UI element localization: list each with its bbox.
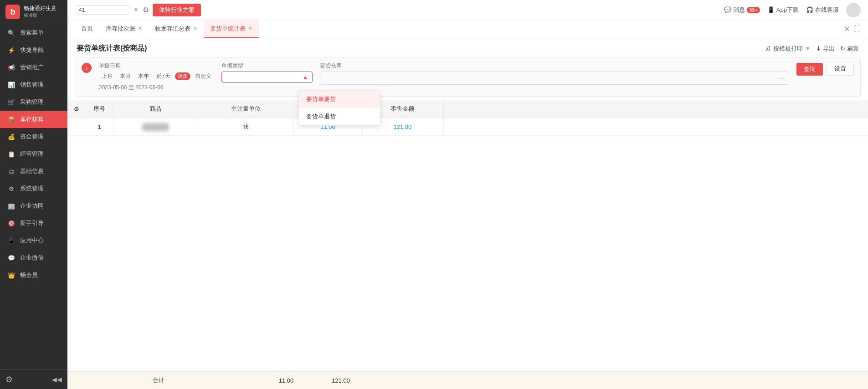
dropdown-item-purchase[interactable]: 要货单要货 xyxy=(299,91,380,108)
headset-icon: 🎧 xyxy=(806,6,813,13)
user-avatar[interactable] xyxy=(846,3,861,17)
row-settings-cell xyxy=(67,118,86,136)
sidebar-item-marketing[interactable]: 📢 营销推广 xyxy=(0,59,67,76)
table-footer: 合计 11.00 121.00 xyxy=(67,371,868,389)
sidebar-item-system[interactable]: ⚙ 系统管理 xyxy=(0,180,67,197)
tab-close-all-icon[interactable]: ✕ xyxy=(844,25,850,33)
sidebar-item-member[interactable]: 👑 畅会员 xyxy=(0,266,67,284)
filter-expand-btn[interactable]: › xyxy=(82,63,92,73)
chevron-up-icon: ▲ xyxy=(303,74,308,81)
tab-recv-close[interactable]: ✕ xyxy=(193,26,197,31)
tab-home[interactable]: 首页 xyxy=(75,20,99,38)
settings-icon[interactable]: ⚙ xyxy=(143,5,149,14)
row-unit-cell: 块 xyxy=(198,118,294,136)
chart-icon: 📊 xyxy=(7,81,15,89)
filter-bar: › 单据日期 上月 本月 本年 近7天 更多 自定义 2023-05-06 至 … xyxy=(75,57,861,97)
online-service-label: 在线客服 xyxy=(815,6,839,14)
date-btn-more[interactable]: 更多 xyxy=(175,72,190,80)
chevron-down-icon[interactable]: ▼ xyxy=(133,6,139,13)
sidebar-item-label: 营销推广 xyxy=(20,63,44,72)
warehouse-filter-label: 要货仓库 xyxy=(320,62,789,70)
online-service-btn[interactable]: 🎧 在线客服 xyxy=(806,6,839,14)
tab-batch-close[interactable]: ✕ xyxy=(138,26,142,31)
sidebar-collapse-btn[interactable]: ◀◀ xyxy=(52,376,62,383)
data-table-wrap: ⚙ 序号 商品 主计量单位 主数量 零售金额 1 xyxy=(67,100,868,371)
sidebar-item-basic[interactable]: 🗂 基础信息 xyxy=(0,163,67,180)
sidebar-item-label: 应用中心 xyxy=(20,236,44,245)
sidebar-item-quick-nav[interactable]: ⚡ 快捷导航 xyxy=(0,41,67,59)
date-btn-prev-month[interactable]: 上月 xyxy=(99,72,115,81)
sidebar-item-label: 新手引导 xyxy=(20,219,44,227)
date-range-display: 2023-05-06 至 2023-06-06 xyxy=(99,84,214,92)
lightning-icon: ⚡ xyxy=(7,46,15,54)
page-content: 要货单统计表(按商品) 🖨 按模板打印 ▼ ⬇ 导出 ↻ 刷新 › xyxy=(67,38,868,389)
tab-actions: ✕ ⛶ xyxy=(844,25,861,33)
refresh-btn[interactable]: ↻ 刷新 xyxy=(840,45,859,53)
sidebar-item-guide[interactable]: 🎯 新手引导 xyxy=(0,215,67,232)
sidebar-item-inventory[interactable]: 📦 库存核算 xyxy=(0,111,67,128)
col-extra xyxy=(443,100,868,118)
trial-btn[interactable]: 体验行业方案 xyxy=(153,4,201,16)
tabs-bar: 首页 库存批次账 ✕ 收发存汇总表 ✕ 要货单统计表 ✕ ✕ ⛶ xyxy=(67,20,868,38)
chevron-down-icon[interactable]: ▼ xyxy=(805,45,811,52)
tab-order-close[interactable]: ✕ xyxy=(248,26,252,31)
query-btn[interactable]: 查询 xyxy=(796,63,823,76)
amount-link[interactable]: 121.00 xyxy=(394,123,412,130)
col-unit: 主计量单位 xyxy=(198,100,294,118)
tab-recv[interactable]: 收发存汇总表 ✕ xyxy=(149,20,204,38)
sidebar: b 畅捷通好生意 标准版 🔍 搜索菜单 ⚡ 快捷导航 📢 营销推广 📊 销售管理… xyxy=(0,0,67,389)
message-btn[interactable]: 💬 消息 99+ xyxy=(724,6,760,14)
date-btn-7days[interactable]: 近7天 xyxy=(154,72,173,81)
row-no-cell: 1 xyxy=(86,118,113,136)
tab-batch-label: 库存批次账 xyxy=(106,25,135,33)
page-actions: 🖨 按模板打印 ▼ ⬇ 导出 ↻ 刷新 xyxy=(765,45,859,53)
folder-icon: 🗂 xyxy=(7,167,15,175)
export-btn[interactable]: ⬇ 导出 xyxy=(816,45,835,53)
top-header: ▼ ⚙ 体验行业方案 💬 消息 99+ 📱 App下载 🎧 在线客服 xyxy=(67,0,868,20)
col-settings[interactable]: ⚙ xyxy=(67,100,86,118)
date-filter-label: 单据日期 xyxy=(99,62,214,70)
warehouse-dots-icon[interactable]: ⋯ xyxy=(778,74,785,82)
sidebar-item-search[interactable]: 🔍 搜索菜单 xyxy=(0,24,67,41)
sidebar-item-app-center[interactable]: 📱 应用中心 xyxy=(0,232,67,249)
app-logo: b 畅捷通好生意 标准版 xyxy=(0,0,67,24)
print-icon: 🖨 xyxy=(765,45,771,52)
tab-batch[interactable]: 库存批次账 ✕ xyxy=(99,20,149,38)
gear-icon: ⚙ xyxy=(7,184,15,193)
crown-icon: 👑 xyxy=(7,271,15,279)
sidebar-item-wechat[interactable]: 💬 企业微信 xyxy=(0,249,67,266)
sidebar-item-label: 资金管理 xyxy=(20,133,44,141)
filter-row: 单据日期 上月 本月 本年 近7天 更多 自定义 2023-05-06 至 20… xyxy=(99,62,854,92)
sidebar-item-label: 采购管理 xyxy=(20,98,44,106)
date-btn-this-month[interactable]: 本月 xyxy=(117,72,134,81)
warehouse-filter-input[interactable]: ⋯ xyxy=(320,72,789,85)
date-btn-this-year[interactable]: 本年 xyxy=(135,72,152,81)
date-filter-options: 上月 本月 本年 近7天 更多 自定义 xyxy=(99,72,214,81)
page-title: 要货单统计表(按商品) xyxy=(77,44,147,53)
sidebar-item-enterprise[interactable]: 🏢 企业协同 xyxy=(0,197,67,215)
sidebar-item-operation[interactable]: 📋 经营管理 xyxy=(0,145,67,163)
footer-amount-cell: 121.00 xyxy=(313,377,368,384)
type-dropdown: 要货单要货 要货单退货 xyxy=(298,90,380,126)
tab-order-label: 要货单统计表 xyxy=(210,25,246,33)
settings-btn[interactable]: 设置 xyxy=(827,62,854,76)
date-btn-custom[interactable]: 自定义 xyxy=(192,72,214,81)
app-download-btn[interactable]: 📱 App下载 xyxy=(767,6,799,14)
megaphone-icon: 📢 xyxy=(7,63,15,72)
sidebar-item-finance[interactable]: 💰 资金管理 xyxy=(0,128,67,145)
sidebar-item-sales[interactable]: 📊 销售管理 xyxy=(0,76,67,93)
tab-order[interactable]: 要货单统计表 ✕ xyxy=(204,20,259,38)
type-filter-select[interactable]: ▲ xyxy=(221,72,313,83)
sidebar-item-label: 企业协同 xyxy=(20,202,44,210)
logo-icon: b xyxy=(5,5,20,19)
breadcrumb-input[interactable] xyxy=(75,5,129,15)
search-icon: 🔍 xyxy=(7,29,15,37)
sidebar-settings-icon[interactable]: ⚙ xyxy=(5,374,13,384)
tab-expand-icon[interactable]: ⛶ xyxy=(853,25,861,33)
sidebar-item-purchase[interactable]: 🛒 采购管理 xyxy=(0,93,67,111)
sidebar-item-label: 库存核算 xyxy=(20,115,44,123)
settings-col-icon[interactable]: ⚙ xyxy=(74,106,79,113)
print-btn[interactable]: 🖨 按模板打印 ▼ xyxy=(765,45,811,53)
tab-home-label: 首页 xyxy=(81,25,93,33)
dropdown-item-return[interactable]: 要货单退货 xyxy=(299,108,380,125)
